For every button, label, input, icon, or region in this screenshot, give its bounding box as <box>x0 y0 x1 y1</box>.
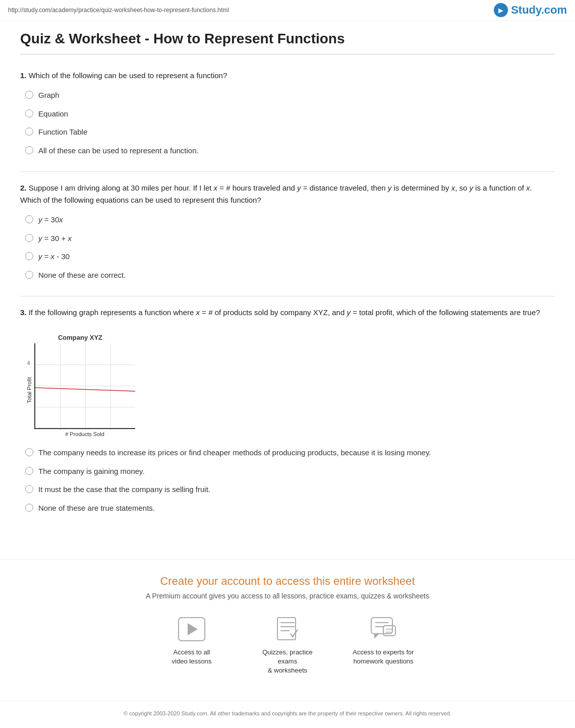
graph-area: 4 ⁿ ⁿ ⁿ <box>34 343 135 429</box>
logo-area: ▶ Study.com <box>494 3 567 17</box>
cta-subtitle: A Premium account gives you access to al… <box>20 592 555 600</box>
question-2-number: 2. <box>20 184 27 192</box>
option-label-2-2: y = 30 + x <box>38 233 72 245</box>
radio-1-4[interactable] <box>25 146 33 154</box>
question-3: 3. If the following graph represents a f… <box>20 307 555 514</box>
cta-title: Create your account to access this entir… <box>20 575 555 588</box>
question-2-option-2[interactable]: y = 30 + x <box>20 233 555 245</box>
question-1-number: 1. <box>20 71 27 80</box>
option-label-1-4: All of these can be used to represent a … <box>38 145 199 157</box>
graph-line-svg <box>35 343 136 429</box>
logo-text: Study.com <box>511 4 567 17</box>
graph-title: Company XYZ <box>25 334 135 341</box>
var-y1: y <box>297 184 301 192</box>
question-3-text: 3. If the following graph represents a f… <box>20 307 555 319</box>
question-1-text: 1. Which of the following can be used to… <box>20 70 555 82</box>
graph-tick-y-1: 4 <box>27 360 30 366</box>
option-label-3-4: None of these are true statements. <box>38 503 155 514</box>
cta-feature-experts-label: Access to experts forhomework questions <box>353 648 414 666</box>
question-2-text: 2. Suppose I am driving along at 30 mile… <box>20 182 555 206</box>
chat-icon <box>369 617 397 642</box>
cta-feature-video-label: Access to allvideo lessons <box>172 648 212 666</box>
question-1-option-2[interactable]: Equation <box>20 108 555 120</box>
cta-icon-quizzes <box>272 615 303 643</box>
graph-tick-x-3: ⁿ <box>109 427 111 432</box>
logo-study: Study <box>511 4 541 16</box>
y-axis-label: Total Profit <box>25 343 33 437</box>
option-label-3-2: The company is gaining money. <box>38 466 145 477</box>
cta-feature-quizzes-label: Quizzes, practice exams& worksheets <box>255 648 320 676</box>
graph-tick-x-2: ⁿ <box>84 427 86 432</box>
option-label-2-3: y = x - 30 <box>38 251 70 263</box>
main-content: Quiz & Worksheet - How to Represent Func… <box>0 21 575 549</box>
question-3-option-4[interactable]: None of these are true statements. <box>20 503 555 514</box>
divider-2 <box>20 296 555 296</box>
question-1-option-4[interactable]: All of these can be used to represent a … <box>20 145 555 157</box>
radio-3-3[interactable] <box>25 485 33 493</box>
question-1-option-1[interactable]: Graph <box>20 90 555 101</box>
option-label-1-1: Graph <box>38 90 60 101</box>
option-label-1-2: Equation <box>38 108 68 120</box>
page-title: Quiz & Worksheet - How to Represent Func… <box>20 31 555 54</box>
radio-1-2[interactable] <box>25 109 33 117</box>
cta-icon-video <box>177 615 207 643</box>
play-icon <box>178 617 206 642</box>
radio-1-3[interactable] <box>25 128 33 136</box>
cta-feature-video: Access to allvideo lessons <box>159 615 224 676</box>
question-2: 2. Suppose I am driving along at 30 mile… <box>20 182 555 281</box>
radio-2-2[interactable] <box>25 234 33 242</box>
var-x-q3: x <box>196 308 200 317</box>
question-1-body: Which of the following can be used to re… <box>29 71 227 80</box>
question-3-option-2[interactable]: The company is gaining money. <box>20 466 555 477</box>
var-x1: x <box>214 184 218 192</box>
option-label-2-1: y = 30x <box>38 214 63 226</box>
cta-section: Create your account to access this entir… <box>0 559 575 701</box>
cta-feature-quizzes: Quizzes, practice exams& worksheets <box>255 615 320 676</box>
option-label-3-3: It must be the case that the company is … <box>38 484 210 496</box>
question-3-option-1[interactable]: The company needs to increase its prices… <box>20 447 555 459</box>
var-x2: x <box>451 184 455 192</box>
radio-1-1[interactable] <box>25 91 33 99</box>
question-2-option-1[interactable]: y = 30x <box>20 214 555 226</box>
svg-marker-2 <box>188 623 198 635</box>
top-bar: http://study.com/academy/practice/quiz-w… <box>0 0 575 21</box>
var-y2: y <box>388 184 392 192</box>
radio-2-3[interactable] <box>25 252 33 260</box>
footer: © copyright 2003-2020 Study.com. All oth… <box>0 701 575 726</box>
radio-3-2[interactable] <box>25 467 33 475</box>
radio-3-1[interactable] <box>25 448 33 456</box>
graph-tick-x-1: ⁿ <box>60 427 62 432</box>
divider-1 <box>20 171 555 172</box>
question-2-option-4[interactable]: None of these are correct. <box>20 270 555 281</box>
cta-features: Access to allvideo lessons Quizzes, prac… <box>20 615 555 676</box>
radio-3-4[interactable] <box>25 504 33 512</box>
svg-marker-10 <box>374 634 379 639</box>
graph-container: Company XYZ Total Profit <box>25 334 135 437</box>
radio-2-4[interactable] <box>25 271 33 279</box>
question-3-option-3[interactable]: It must be the case that the company is … <box>20 484 555 496</box>
var-x3: x <box>526 184 530 192</box>
var-y3: y <box>470 184 474 192</box>
svg-line-0 <box>35 388 135 391</box>
cta-icon-experts <box>368 615 398 643</box>
var-y-q3: y <box>347 308 351 317</box>
graph-wrapper: Total Profit <box>25 343 135 437</box>
cta-feature-experts: Access to experts forhomework questions <box>351 615 416 676</box>
question-2-option-3[interactable]: y = x - 30 <box>20 251 555 263</box>
logo-play-icon: ▶ <box>494 3 508 17</box>
browser-url: http://study.com/academy/practice/quiz-w… <box>8 7 229 14</box>
question-1: 1. Which of the following can be used to… <box>20 70 555 156</box>
question-3-number: 3. <box>20 308 27 317</box>
radio-2-1[interactable] <box>25 215 33 223</box>
option-label-2-4: None of these are correct. <box>38 270 126 281</box>
option-label-3-1: The company needs to increase its prices… <box>38 447 431 459</box>
question-1-option-3[interactable]: Function Table <box>20 127 555 138</box>
logo-dotcom: .com <box>541 4 567 16</box>
option-label-1-3: Function Table <box>38 127 87 138</box>
quiz-icon <box>273 617 302 642</box>
